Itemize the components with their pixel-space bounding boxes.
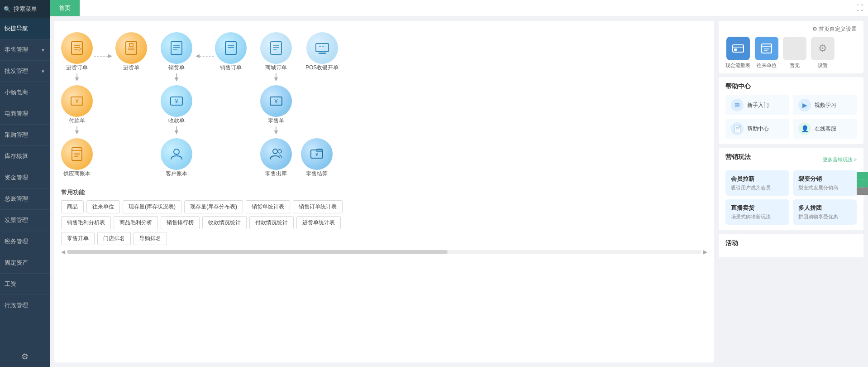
func-btn-purchase-stat[interactable]: 进货单统计表 — [296, 216, 341, 229]
diagram-wrapper: 进货订单 进货单 — [61, 28, 707, 184]
group-desc: 拼团购物享受优惠 — [798, 213, 851, 220]
member-desc: 吸引用户成为会员 — [731, 184, 784, 191]
help-item-helpcenter[interactable]: 📄 帮助中心 — [725, 119, 789, 139]
quick-icon-none[interactable]: 暂无 — [783, 37, 806, 69]
arrow-2 — [192, 53, 215, 60]
sidebar-search[interactable]: 🔍 搜索菜单 — [0, 0, 50, 18]
node-customer-ledger[interactable]: 客户账本 — [161, 138, 192, 178]
float-btn-desktop[interactable]: 桌面快捷 — [857, 188, 868, 195]
node-purchase-order[interactable]: 进货订单 — [61, 32, 93, 72]
sidebar-item-label: 零售管理 — [5, 46, 28, 54]
func-btn-stock1[interactable]: 现存量(库存状况表) — [123, 200, 181, 213]
help-item-beginner[interactable]: ✉ 新手入门 — [725, 95, 789, 115]
marketing-item-member[interactable]: 会员拉新 吸引用户成为会员 — [725, 170, 789, 196]
sidebar-item-label: 固定资产 — [5, 259, 28, 267]
node-purchase-slip[interactable]: 进货单 — [115, 32, 147, 72]
quick-icon-settings[interactable]: ⚙ 设置 — [811, 37, 835, 69]
node-receipt[interactable]: ¥ 收款单 — [161, 85, 192, 125]
sidebar-item-inventory[interactable]: 库存核算 — [0, 146, 50, 167]
float-btn-service[interactable]: 客服热线 — [857, 172, 868, 180]
node-retail-settle[interactable]: ¥ 零售结算 — [301, 138, 333, 178]
beginner-label: 新手入门 — [747, 101, 769, 109]
v-arrow-col4 — [260, 73, 292, 83]
activity-title: 活动 — [725, 239, 857, 247]
func-btn-sale-rank[interactable]: 销售排行榜 — [161, 216, 200, 229]
sidebar-item-wholesale[interactable]: 批发管理 ▼ — [0, 61, 50, 82]
func-btn-payment-stat[interactable]: 付款情况统计 — [249, 216, 294, 229]
float-btn-community[interactable]: 服务社区 — [857, 180, 868, 188]
sidebar-item-ecom[interactable]: 小畅电商 — [0, 82, 50, 103]
help-center-card: 帮助中心 ✉ 新手入门 ▶ 视频学习 📄 帮助中心 — [719, 77, 863, 144]
marketing-more-link[interactable]: 更多营销玩法 > — [823, 156, 857, 163]
scroll-thumb — [67, 250, 448, 254]
sidebar-item-ecommgmt[interactable]: 电商管理 — [0, 103, 50, 125]
quick-icon-units[interactable]: 往来单位 — [755, 37, 778, 69]
help-item-online[interactable]: 👤 在线客服 — [793, 119, 857, 139]
online-service-icon: 👤 — [798, 122, 811, 135]
fullscreen-button[interactable]: ⛶ — [852, 4, 868, 12]
fission-title: 裂变分销 — [798, 175, 851, 183]
svg-rect-50 — [762, 44, 772, 53]
customize-settings-label[interactable]: ⚙ 首页自定义设置 — [812, 25, 857, 33]
quick-icon-cashflow[interactable]: 现金流量表 — [725, 37, 750, 69]
right-panel: ⚙ 首页自定义设置 现金流量表 往 — [719, 21, 863, 362]
sidebar-item-assets[interactable]: 固定资产 — [0, 252, 50, 274]
svg-rect-8 — [171, 42, 182, 54]
help-item-video[interactable]: ▶ 视频学习 — [793, 95, 857, 115]
scroll-track[interactable] — [67, 250, 701, 254]
marketing-item-group[interactable]: 多人拼团 拼团购物享受优惠 — [793, 199, 857, 225]
func-btn-retail-order[interactable]: 零售开单 — [61, 232, 95, 245]
node-supplier-ledger[interactable]: 供应商账本 — [61, 138, 93, 178]
pos-icon — [306, 32, 338, 64]
retail-order-label: 零售单 — [268, 117, 284, 125]
func-btn-goods[interactable]: 商品 — [61, 200, 84, 213]
sidebar-item-invoice[interactable]: 发票管理 — [0, 210, 50, 231]
func-btn-goods-profit[interactable]: 商品毛利分析 — [114, 216, 158, 229]
scroll-left-arrow[interactable]: ◀ — [61, 249, 65, 255]
tab-home[interactable]: 首页 — [50, 0, 80, 16]
svg-point-43 — [278, 150, 281, 153]
func-btn-guide-rank[interactable]: 导购排名 — [134, 232, 167, 245]
node-retail-out[interactable]: 零售出库 — [260, 138, 292, 178]
settings-icon[interactable]: ⚙ — [21, 352, 29, 362]
func-btn-sale-stat[interactable]: 销货单统计表 — [246, 200, 290, 213]
sidebar-item-finance[interactable]: 资金管理 — [0, 167, 50, 188]
func-btn-receipt-stat[interactable]: 收款情况统计 — [202, 216, 247, 229]
search-icon: 🔍 — [4, 6, 11, 13]
group-title: 多人拼团 — [798, 204, 851, 212]
func-btn-order-stat[interactable]: 销售订单统计表 — [293, 200, 343, 213]
sale-slip-icon — [161, 32, 192, 64]
func-btn-sale-profit[interactable]: 销售毛利分析表 — [61, 216, 111, 229]
node-sale-slip[interactable]: 销货单 — [161, 32, 192, 72]
chevron-down-icon: ▼ — [41, 48, 45, 53]
none-icon — [783, 37, 806, 60]
top-right-section: ⚙ 首页自定义设置 现金流量表 往 — [719, 21, 863, 73]
marketing-item-fission[interactable]: 裂变分销 裂变式发展分销商 — [793, 170, 857, 196]
retail-out-label: 零售出库 — [265, 170, 287, 178]
sidebar-item-ledger[interactable]: 总账管理 — [0, 188, 50, 210]
sidebar-item-admin[interactable]: 行政管理 — [0, 295, 50, 316]
node-retail-order[interactable]: ¥ 零售单 — [260, 85, 292, 125]
func-btn-units[interactable]: 往来单位 — [86, 200, 120, 213]
node-sale-order[interactable]: 销售订单 — [215, 32, 247, 72]
quick-nav-icons: 现金流量表 往来单位 暂无 ⚙ — [725, 37, 857, 69]
scroll-right-arrow[interactable]: ▶ — [703, 249, 707, 255]
cashflow-icon — [726, 37, 750, 60]
svg-text:¥: ¥ — [174, 98, 178, 105]
sidebar-item-tax[interactable]: 税务管理 — [0, 231, 50, 252]
svg-rect-49 — [734, 48, 737, 51]
sidebar-item-purchase[interactable]: 采购管理 — [0, 125, 50, 146]
sidebar-item-retail[interactable]: 零售管理 ▼ — [0, 39, 50, 61]
tab-bar: 首页 ⛶ — [50, 0, 868, 16]
sidebar-item-salary[interactable]: 工资 — [0, 274, 50, 295]
func-btn-stock2[interactable]: 现存量(库存分布表) — [184, 200, 243, 213]
v-arrow-retail — [260, 126, 292, 136]
func-btn-store-rank[interactable]: 门店排名 — [97, 232, 131, 245]
node-mall-order[interactable]: 商城订单 — [260, 32, 292, 72]
node-pos[interactable]: POS收银开单 — [305, 32, 339, 72]
node-payment[interactable]: ¥ 付款单 — [61, 85, 93, 125]
marketing-item-live[interactable]: 直播卖货 场景式购物新玩法 — [725, 199, 789, 225]
receipt-label: 收款单 — [168, 117, 185, 125]
svg-rect-36 — [72, 148, 82, 160]
sidebar-item-quicknav[interactable]: 快捷导航 — [0, 18, 50, 39]
